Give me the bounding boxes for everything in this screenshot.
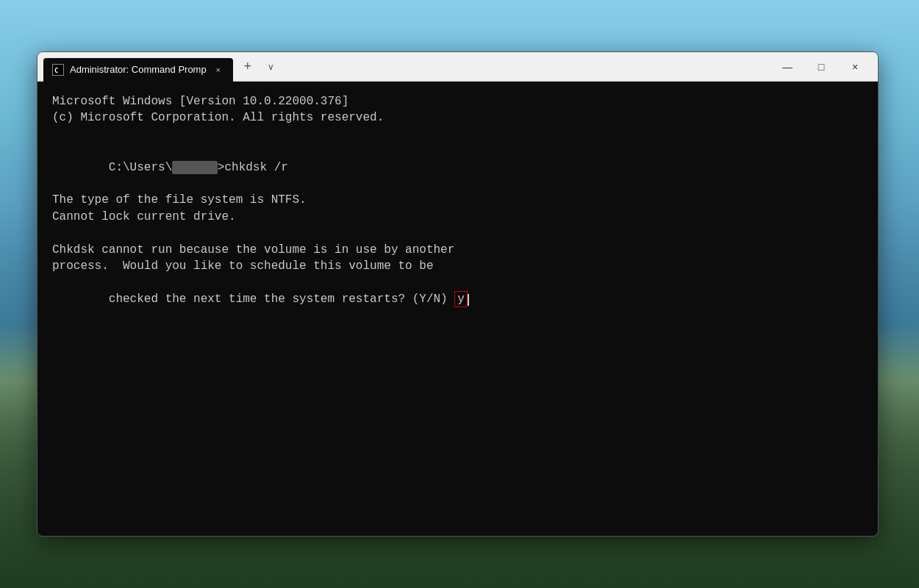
terminal-line-4: The type of the file system is NTFS.	[52, 192, 863, 208]
terminal-line-2: (c) Microsoft Corporation. All rights re…	[52, 110, 863, 126]
terminal-line-7: Chkdsk cannot run because the volume is …	[52, 242, 863, 258]
terminal-content: Microsoft Windows [Version 10.0.22000.37…	[37, 82, 878, 536]
tab-close-button[interactable]: ×	[212, 64, 224, 76]
close-button[interactable]: ×	[838, 52, 872, 82]
active-tab[interactable]: C Administrator: Command Promp ×	[43, 58, 233, 82]
tab-dropdown-button[interactable]: ∨	[260, 55, 283, 79]
prompt-prefix: C:\Users\	[109, 161, 172, 174]
user-input-y[interactable]: y	[454, 291, 468, 307]
desktop: C Administrator: Command Promp × + ∨ — □…	[0, 0, 919, 588]
terminal-line-3: C:\Users\██████>chkdsk /r	[52, 143, 863, 192]
cmd-icon: C	[52, 64, 64, 76]
terminal-line-blank-2	[52, 225, 863, 241]
terminal-line-9: checked the next time the system restart…	[52, 274, 863, 323]
minimize-button[interactable]: —	[770, 52, 804, 82]
terminal-line-5: Cannot lock current drive.	[52, 209, 863, 225]
maximize-button[interactable]: □	[804, 52, 838, 82]
terminal-line-blank-1	[52, 126, 863, 143]
terminal-line-8: process. Would you like to schedule this…	[52, 258, 863, 274]
cmd-window: C Administrator: Command Promp × + ∨ — □…	[37, 51, 879, 537]
terminal-line-1: Microsoft Windows [Version 10.0.22000.37…	[52, 93, 863, 110]
tab-area: C Administrator: Command Promp × + ∨	[43, 52, 770, 81]
tab-title: Administrator: Command Promp	[70, 64, 207, 75]
add-tab-button[interactable]: +	[236, 55, 260, 79]
prompt-suffix: >chkdsk /r	[218, 161, 288, 174]
terminal-cursor	[468, 294, 469, 306]
username-redacted: ██████	[172, 161, 218, 174]
window-controls: — □ ×	[770, 52, 872, 82]
title-bar: C Administrator: Command Promp × + ∨ — □…	[37, 52, 878, 82]
prompt-question: checked the next time the system restart…	[109, 293, 454, 306]
svg-text:C: C	[54, 67, 58, 74]
